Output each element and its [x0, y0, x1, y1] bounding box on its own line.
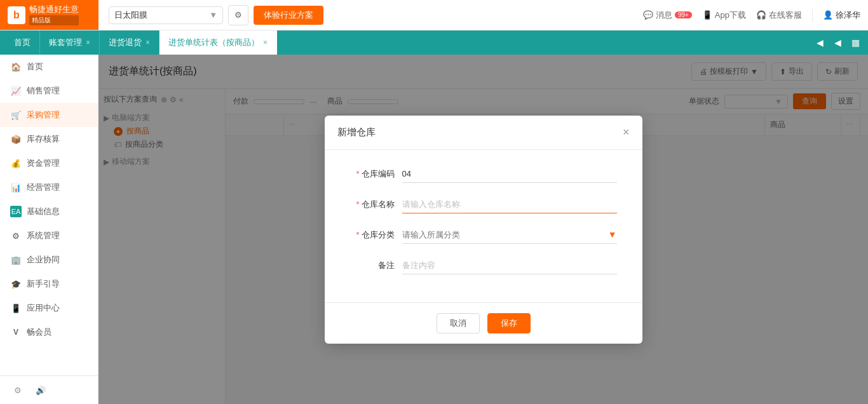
category-input[interactable]	[402, 226, 608, 243]
system-icon: ⚙	[10, 230, 22, 241]
sidebar-item-basic-info[interactable]: EA 基础信息	[0, 199, 98, 224]
logo-text: 畅捷通好生意	[29, 4, 79, 15]
dialog-footer: 取消 保存	[325, 302, 642, 344]
form-row-category: 仓库分类 ▼	[350, 226, 617, 244]
main-layout: 🏠 首页 📈 销售管理 🛒 采购管理 📦 库存核算 💰 资金管理 📊 经营管理 …	[0, 55, 868, 404]
tab-purchase-stats[interactable]: 进货单统计表（按商品） ×	[159, 30, 277, 55]
message-badge: 99+	[675, 11, 692, 18]
sidebar-item-sales[interactable]: 📈 销售管理	[0, 79, 98, 103]
top-right-area: 💬 消息 99+ 📱 App下载 🎧 在线客服 👤 徐泽华	[643, 9, 860, 22]
tab-close-stats[interactable]: ×	[263, 38, 268, 47]
category-select-wrapper[interactable]: ▼	[402, 226, 617, 244]
search-area[interactable]: 日太阳膜 ▼	[109, 6, 223, 24]
trial-button[interactable]: 体验行业方案	[254, 6, 323, 25]
sales-icon: 📈	[10, 85, 22, 97]
note-label: 备注	[350, 260, 395, 271]
name-input[interactable]	[402, 196, 617, 213]
app-icon: 📱	[702, 10, 712, 20]
form-row-note: 备注	[350, 257, 617, 274]
tab-account[interactable]: 账套管理 ×	[40, 30, 100, 55]
user-item[interactable]: 👤 徐泽华	[823, 10, 860, 21]
tab-controls: ◀ ◀ ▦	[812, 35, 863, 50]
tab-menu-button[interactable]: ▦	[848, 35, 863, 50]
tab-prev-button[interactable]: ◀	[812, 35, 827, 50]
gear-button[interactable]: ⚙	[228, 5, 248, 25]
code-input[interactable]	[402, 165, 617, 183]
save-button[interactable]: 保存	[487, 313, 531, 333]
logo-badge: 精品版	[29, 15, 79, 25]
collab-icon: 🏢	[10, 254, 22, 266]
modal-overlay: 新增仓库 × 仓库编码 仓库名称	[98, 55, 868, 404]
message-item[interactable]: 💬 消息 99+	[643, 10, 692, 21]
sidebar-item-operations[interactable]: 📊 经营管理	[0, 175, 98, 199]
content-area: 进货单统计(按商品) 🖨 按模板打印 ▼ ⬆ 导出 ↻ 刷新	[98, 55, 868, 404]
sidebar-item-inventory[interactable]: 📦 库存核算	[0, 127, 98, 151]
sidebar-item-system[interactable]: ⚙ 系统管理	[0, 224, 98, 248]
tab-home[interactable]: 首页	[5, 30, 40, 55]
top-bar: b 畅捷通好生意 精品版 日太阳膜 ▼ ⚙ 体验行业方案 💬 消息 99+ 📱 …	[0, 0, 868, 30]
app-download-item[interactable]: 📱 App下载	[702, 10, 746, 21]
purchase-icon: 🛒	[10, 109, 22, 121]
tab-close-account[interactable]: ×	[86, 38, 90, 47]
sidebar-item-finance[interactable]: 💰 资金管理	[0, 151, 98, 175]
category-dropdown-icon[interactable]: ▼	[608, 229, 617, 239]
logo-icon: b	[8, 6, 25, 24]
sidebar-item-vip[interactable]: V 畅会员	[0, 320, 98, 344]
vip-icon: V	[10, 327, 22, 338]
dialog-header: 新增仓库 ×	[325, 116, 642, 150]
cancel-button[interactable]: 取消	[437, 313, 480, 333]
operations-icon: 📊	[10, 182, 22, 193]
sidebar: 🏠 首页 📈 销售管理 🛒 采购管理 📦 库存核算 💰 资金管理 📊 经营管理 …	[0, 55, 98, 404]
home-icon: 🏠	[10, 61, 22, 72]
tab-close-return[interactable]: ×	[146, 38, 150, 47]
basic-info-icon: EA	[10, 206, 22, 217]
logo-area: b 畅捷通好生意 精品版	[0, 0, 98, 30]
name-label: 仓库名称	[350, 199, 395, 210]
service-item[interactable]: 🎧 在线客服	[756, 10, 802, 21]
headset-icon: 🎧	[756, 10, 766, 20]
dialog-close-button[interactable]: ×	[623, 126, 630, 139]
sidebar-item-purchase[interactable]: 🛒 采购管理	[0, 103, 98, 127]
sidebar-item-guide[interactable]: 🎓 新手引导	[0, 272, 98, 296]
app-center-icon: 📱	[10, 302, 22, 314]
sidebar-item-home[interactable]: 🏠 首页	[0, 55, 98, 79]
form-row-name: 仓库名称	[350, 196, 617, 213]
user-icon: 👤	[823, 10, 833, 20]
dialog-body: 仓库编码 仓库名称 仓库分类 ▼	[325, 150, 642, 302]
form-row-code: 仓库编码	[350, 165, 617, 183]
divider	[812, 9, 813, 22]
collapse-icon[interactable]: 🔊	[33, 382, 48, 398]
sidebar-item-app-center[interactable]: 📱 应用中心	[0, 296, 98, 320]
category-label: 仓库分类	[350, 229, 395, 241]
dialog-title: 新增仓库	[337, 126, 623, 138]
sidebar-item-collab[interactable]: 🏢 企业协同	[0, 248, 98, 272]
dialog-new-warehouse: 新增仓库 × 仓库编码 仓库名称	[325, 116, 642, 344]
tab-bar: 首页 账套管理 × 进货退货 × 进货单统计表（按商品） × ◀ ◀ ▦	[0, 30, 868, 55]
settings-bottom-icon[interactable]: ⚙	[10, 382, 25, 398]
code-label: 仓库编码	[350, 168, 395, 180]
sidebar-bottom: ⚙ 🔊	[0, 375, 98, 404]
user-name: 徐泽华	[836, 10, 860, 21]
guide-icon: 🎓	[10, 278, 22, 290]
message-icon: 💬	[643, 10, 653, 20]
inventory-icon: 📦	[10, 133, 22, 145]
note-input[interactable]	[402, 257, 617, 274]
tab-next-button[interactable]: ◀	[830, 35, 845, 50]
dropdown-icon: ▼	[209, 10, 217, 20]
tab-purchase-return[interactable]: 进货退货 ×	[100, 30, 159, 55]
finance-icon: 💰	[10, 158, 22, 169]
search-text: 日太阳膜	[114, 10, 204, 21]
